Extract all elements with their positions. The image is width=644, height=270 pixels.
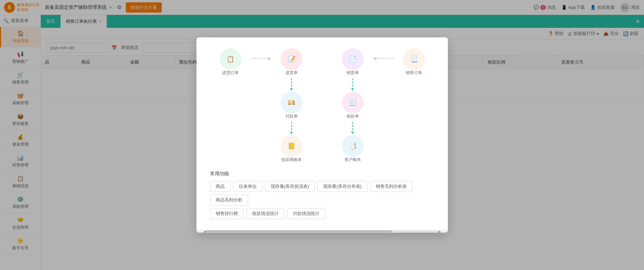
common-btn-现存量(库存状况表)[interactable]: 现存量(库存状况表) bbox=[265, 181, 315, 192]
svg-text:📝: 📝 bbox=[288, 55, 296, 63]
modal: 📋 进货订单 ▶ 📝 进货单 bbox=[196, 37, 448, 233]
svg-text:📒: 📒 bbox=[288, 142, 296, 150]
svg-text:📄: 📄 bbox=[349, 55, 357, 63]
common-btns-row2: 销售排行榜收款情况统计付款情况统计 bbox=[210, 208, 434, 219]
scrollbar-thumb[interactable] bbox=[206, 230, 392, 232]
node-supplier-ledger: 📒 供应商账本 bbox=[271, 135, 312, 163]
flow-diagram: 📋 进货订单 ▶ 📝 进货单 bbox=[210, 48, 434, 168]
node-payment-bill: 💴 付款单 bbox=[271, 92, 312, 119]
svg-text:🧾: 🧾 bbox=[349, 99, 357, 106]
sales-bill-label: 销货单 bbox=[347, 70, 359, 76]
receipt-bill-label: 收款单 bbox=[347, 113, 359, 119]
sales-order-label: 销售订单 bbox=[406, 70, 422, 76]
supplier-ledger-label: 供应商账本 bbox=[281, 157, 302, 163]
common-btn-现存量(库存分布表)[interactable]: 现存量(库存分布表) bbox=[317, 181, 367, 192]
svg-text:📃: 📃 bbox=[410, 55, 418, 63]
svg-text:💴: 💴 bbox=[288, 99, 296, 106]
common-btn-付款情况统计[interactable]: 付款情况统计 bbox=[287, 208, 325, 219]
scrollbar-track[interactable] bbox=[206, 230, 438, 232]
node-purchase-bill: 📝 进货单 bbox=[271, 48, 312, 76]
node-sales-order: 📃 销售订单 bbox=[394, 48, 434, 76]
common-btn-销售排行榜[interactable]: 销售排行榜 bbox=[210, 208, 244, 219]
scroll-right-icon[interactable]: ▶ bbox=[438, 230, 441, 233]
common-btn-销售毛利分析表[interactable]: 销售毛利分析表 bbox=[370, 181, 413, 192]
customer-ledger-label: 客户账本 bbox=[345, 157, 361, 163]
common-btn-商品[interactable]: 商品 bbox=[210, 181, 230, 192]
purchase-order-label: 进货订单 bbox=[222, 70, 239, 76]
common-functions-section: 常用功能 商品往来单位现存量(库存状况表)现存量(库存分布表)销售毛利分析表商品… bbox=[210, 171, 434, 219]
node-receipt-bill: 🧾 收款单 bbox=[332, 92, 373, 119]
scroll-left-icon[interactable]: ◀ bbox=[203, 230, 206, 233]
node-purchase-order: 📋 进货订单 bbox=[210, 48, 251, 76]
modal-scrollbar: ◀ ▶ bbox=[196, 230, 448, 233]
common-btn-往来单位[interactable]: 往来单位 bbox=[233, 181, 262, 192]
node-sales-bill: 📄 销货单 bbox=[332, 48, 373, 76]
purchase-bill-label: 进货单 bbox=[285, 70, 298, 76]
node-customer-ledger: 📑 客户账本 bbox=[332, 135, 373, 163]
common-functions-title: 常用功能 bbox=[210, 171, 434, 177]
common-btn-商品毛利分析[interactable]: 商品毛利分析 bbox=[210, 195, 248, 205]
payment-bill-label: 付款单 bbox=[285, 113, 298, 119]
svg-text:📑: 📑 bbox=[349, 142, 357, 150]
modal-overlay[interactable]: 📋 进货订单 ▶ 📝 进货单 bbox=[0, 0, 644, 270]
modal-body: 📋 进货订单 ▶ 📝 进货单 bbox=[196, 37, 448, 230]
common-btn-收款情况统计[interactable]: 收款情况统计 bbox=[246, 208, 284, 219]
common-btns-row1: 商品往来单位现存量(库存状况表)现存量(库存分布表)销售毛利分析表商品毛利分析 bbox=[210, 181, 434, 205]
svg-text:📋: 📋 bbox=[227, 55, 234, 63]
purchase-order-icon: 📋 bbox=[220, 48, 241, 70]
